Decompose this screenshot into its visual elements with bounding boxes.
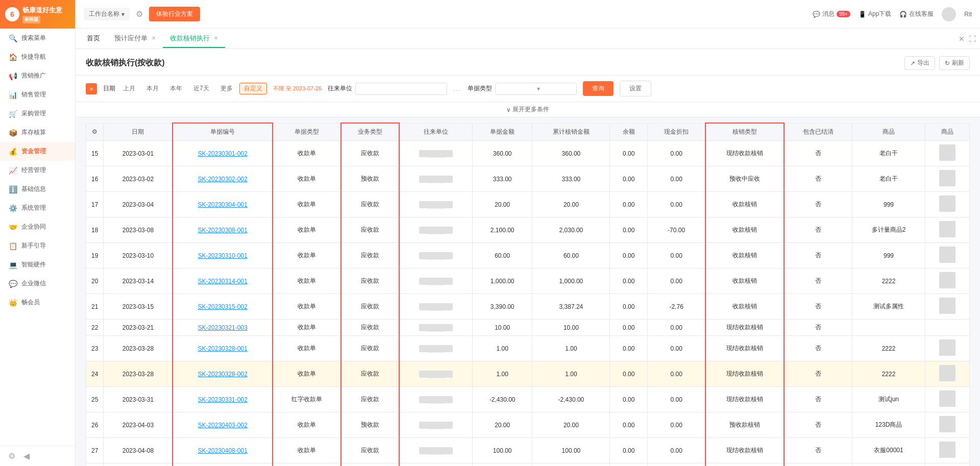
cell-partner: ████ — [399, 166, 472, 192]
tab-prepay[interactable]: 预计应付单 ✕ — [107, 30, 163, 48]
cell-discount: 0.00 — [648, 192, 706, 217]
experience-button[interactable]: 体验行业方案 — [149, 7, 200, 21]
cell-partner: ████ — [399, 294, 472, 320]
cell-cancel-type: 现结收款核销 — [705, 320, 784, 336]
th-settings[interactable]: ⚙ — [86, 123, 104, 141]
sidebar-item-hardware[interactable]: 💻 智能硬件 — [0, 255, 75, 274]
doc-no-link[interactable]: SK-20230310-001 — [198, 252, 247, 259]
cell-amount: 360.00 — [473, 141, 532, 166]
date-btn-this-month[interactable]: 本月 — [142, 83, 163, 94]
cell-date: 2023-03-08 — [104, 217, 173, 243]
sidebar-item-finance[interactable]: 💰 资金管理 — [0, 142, 75, 161]
date-btn-this-year[interactable]: 本年 — [165, 83, 187, 94]
sidebar-logo: 6 畅康道好生意 标推版 — [0, 0, 75, 29]
date-btn-7days[interactable]: 近7天 — [189, 83, 214, 94]
refresh-button[interactable]: ↻ 刷新 — [939, 56, 970, 70]
doc-no-link[interactable]: SK-20230301-002 — [198, 150, 247, 157]
doc-no-link[interactable]: SK-20230315-002 — [198, 303, 247, 310]
cell-cancel-type: 收款核销 — [705, 192, 784, 217]
doc-type-select[interactable]: ▾ — [495, 83, 577, 95]
cell-partner: ████ — [399, 387, 472, 412]
sidebar-item-system[interactable]: ⚙️ 系统管理 — [0, 199, 75, 217]
cell-include-settled: 否 — [784, 217, 852, 243]
cell-product2 — [925, 192, 970, 217]
cell-balance: 0.00 — [610, 336, 648, 361]
sidebar-item-search[interactable]: 🔍 搜索菜单 — [0, 29, 75, 47]
sidebar: 6 畅康道好生意 标推版 🔍 搜索菜单 🏠 快捷导航 📢 营销推广 📊 销售管理… — [0, 0, 76, 466]
sidebar-item-shortcut[interactable]: 🏠 快捷导航 — [0, 47, 75, 66]
cell-cancel-type: 收款核销 — [705, 243, 784, 268]
expand-more-btn[interactable]: ∨ 展开更多条件 — [76, 102, 980, 117]
hardware-icon: 💻 — [8, 261, 17, 269]
cell-include-settled: 否 — [784, 243, 852, 268]
expand-icon: ∨ — [506, 106, 511, 113]
tab-receipt-close[interactable]: ✕ — [214, 35, 218, 41]
date-range-display: 不限 至 2023-07-26 — [273, 85, 322, 92]
sidebar-item-purchase[interactable]: 🛒 采购管理 — [0, 104, 75, 123]
cell-date: 2023-03-10 — [104, 243, 173, 268]
cell-biz-type: 应收款 — [341, 268, 400, 294]
cell-balance: 0.00 — [610, 463, 648, 467]
cell-include-settled: 否 — [784, 361, 852, 387]
cell-partner: ████ — [399, 192, 472, 217]
doc-no-link[interactable]: SK-20230403-002 — [198, 422, 247, 429]
gear-button[interactable]: ⚙ — [134, 7, 145, 21]
sidebar-item-marketing[interactable]: 📢 营销推广 — [0, 66, 75, 85]
cell-discount: 0.00 — [648, 243, 706, 268]
doc-no-link[interactable]: SK-20230302-002 — [198, 176, 247, 183]
date-btn-last-month[interactable]: 上月 — [118, 83, 140, 94]
cell-date: 2023-04-18 — [104, 463, 173, 467]
wechat-icon: 💬 — [8, 280, 17, 288]
user-avatar[interactable] — [942, 7, 956, 21]
doc-no-link[interactable]: SK-20230408-001 — [198, 447, 247, 454]
sidebar-item-guide[interactable]: 📋 新手引导 — [0, 236, 75, 255]
sidebar-item-operation[interactable]: 📈 经营管理 — [0, 161, 75, 180]
doc-no-link[interactable]: SK-20230321-003 — [198, 324, 247, 331]
doc-no-link[interactable]: SK-20230304-001 — [198, 201, 247, 208]
cell-date: 2023-03-02 — [104, 166, 173, 192]
sidebar-item-sales[interactable]: 📊 销售管理 — [0, 85, 75, 104]
system-icon: ⚙️ — [8, 204, 17, 212]
doc-no-link[interactable]: SK-20230328-001 — [198, 345, 247, 352]
expand-tab-icon[interactable]: ⛶ — [969, 35, 976, 43]
settings-btn[interactable]: ⚙ — [8, 451, 15, 461]
query-button[interactable]: 查询 — [583, 81, 614, 96]
doc-no-link[interactable]: SK-20230308-001 — [198, 227, 247, 234]
doc-no-link[interactable]: SK-20230314-001 — [198, 278, 247, 285]
cell-product2 — [925, 294, 970, 320]
page-content: 收款核销执行(按收款) ↗ 导出 ↻ 刷新 » 日期 上月 — [76, 49, 980, 466]
support-button[interactable]: 🎧 在线客服 — [899, 10, 934, 18]
cell-cancel-type: 现结收款核销 — [705, 361, 784, 387]
doc-no-link[interactable]: SK-20230331-002 — [198, 396, 247, 403]
cell-discount: 0.00 — [648, 463, 706, 467]
workspace-selector[interactable]: 工作台名称 ▾ — [84, 8, 130, 20]
tab-home[interactable]: 首页 — [80, 30, 107, 48]
cell-product — [852, 320, 925, 336]
sidebar-item-inventory[interactable]: 📦 库存核算 — [0, 123, 75, 142]
tab-prepay-close[interactable]: ✕ — [152, 35, 156, 41]
cell-discount: 0.00 — [648, 412, 706, 438]
cell-biz-type: 预收款 — [341, 412, 400, 438]
sidebar-item-basic[interactable]: ℹ️ 基础信息 — [0, 180, 75, 199]
cell-amount: 1.00 — [473, 361, 532, 387]
cell-biz-type: 应收款 — [341, 320, 400, 336]
sidebar-item-wechat[interactable]: 💬 企业微信 — [0, 274, 75, 293]
doc-no-link[interactable]: SK-20230328-002 — [198, 371, 247, 378]
tab-receipt-cancel[interactable]: 收款核销执行 ✕ — [163, 30, 225, 48]
date-btn-more[interactable]: 更多 — [216, 83, 237, 94]
basic-icon: ℹ️ — [8, 185, 17, 193]
logo-icon: 6 — [5, 7, 19, 21]
filter-toggle-button[interactable]: » — [86, 83, 97, 94]
export-button[interactable]: ↗ 导出 — [904, 56, 935, 70]
sidebar-item-member[interactable]: 👑 畅会员 — [0, 293, 75, 312]
cell-doc-type: 收款单 — [273, 166, 341, 192]
collapse-btn[interactable]: ◀ — [23, 451, 30, 461]
app-download-button[interactable]: 📱 App下载 — [859, 10, 891, 18]
setting-button[interactable]: 设置 — [620, 81, 651, 96]
tab-prepay-label: 预计应付单 — [114, 34, 148, 43]
sidebar-item-enterprise[interactable]: 🤝 企业协同 — [0, 217, 75, 236]
date-btn-custom[interactable]: 自定义 — [239, 83, 267, 94]
partner-filter-input[interactable] — [355, 83, 447, 95]
close-all-tabs-icon[interactable]: ✕ — [959, 35, 965, 43]
messages-button[interactable]: 💬 消息 99+ — [813, 10, 850, 18]
